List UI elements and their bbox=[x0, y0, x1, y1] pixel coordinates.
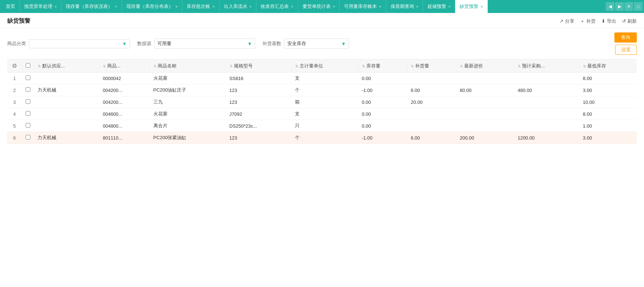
row-num-4: 4 bbox=[7, 108, 22, 120]
th-product-name[interactable]: ⇅商品名称 bbox=[150, 59, 226, 72]
row-stock-2: -1.00 bbox=[358, 84, 407, 96]
row-unit-1: 支 bbox=[291, 72, 358, 84]
tab-home[interactable]: 首页 bbox=[1, 0, 20, 13]
table-body: 1 0000042 火花塞 SS816 支 0.00 8.00 2 力天机械 0… bbox=[7, 72, 637, 144]
replenish-base-select[interactable]: 安全库存 ▼ bbox=[284, 39, 349, 49]
replenish-base-arrow-icon: ▼ bbox=[341, 41, 346, 47]
tab-label: 保质期查询 bbox=[391, 3, 414, 10]
tab-label: 收发存汇总表 bbox=[261, 3, 289, 10]
tab-collect-summary[interactable]: 收发存汇总表× bbox=[256, 0, 298, 13]
table-row: 1 0000042 火花塞 SS816 支 0.00 8.00 bbox=[7, 72, 637, 84]
tab-close-requisition[interactable]: × bbox=[333, 4, 335, 9]
row-checkbox-5[interactable] bbox=[22, 120, 34, 132]
datasource-arrow-icon: ▼ bbox=[247, 41, 252, 47]
query-button[interactable]: 查询 bbox=[614, 32, 637, 43]
select-all-checkbox[interactable] bbox=[26, 63, 30, 68]
tab-overstock[interactable]: 超储预警× bbox=[423, 0, 455, 13]
row-supplier-5 bbox=[34, 120, 99, 132]
row-replenish-3: 20.00 bbox=[407, 96, 456, 108]
tab-close-overstock[interactable]: × bbox=[448, 4, 451, 9]
row-checkbox-2[interactable] bbox=[22, 84, 34, 96]
tab-close-exception[interactable]: × bbox=[55, 4, 57, 9]
tab-close-available[interactable]: × bbox=[379, 4, 381, 9]
row-estimated-3 bbox=[514, 96, 579, 108]
row-price-2: 80.00 bbox=[456, 84, 514, 96]
tab-close-stock-dist[interactable]: × bbox=[175, 4, 178, 9]
row-checkbox-6[interactable] bbox=[22, 132, 34, 144]
tab-next-button[interactable]: ▶ bbox=[615, 2, 624, 11]
row-checkbox-1[interactable] bbox=[22, 72, 34, 84]
table-row: 2 力天机械 004200... PC200油缸庄子 123 个 -1.00 6… bbox=[7, 84, 637, 96]
tab-expiry[interactable]: 保质期查询× bbox=[386, 0, 423, 13]
tab-close-collect-summary[interactable]: × bbox=[291, 4, 293, 9]
datasource-select[interactable]: 可用量 ▼ bbox=[154, 39, 255, 49]
row-code-2: 004200... bbox=[99, 84, 150, 96]
tab-fullscreen-button[interactable]: □ bbox=[634, 2, 643, 11]
row-supplier-6: 力天机械 bbox=[34, 132, 99, 144]
tab-label: 现存量（库存状况表） bbox=[66, 3, 113, 10]
th-min-stock[interactable]: ⇅最低库存 bbox=[579, 59, 637, 72]
row-checkbox-4[interactable] bbox=[22, 108, 34, 120]
tab-stock-status[interactable]: 现存量（库存状况表）× bbox=[61, 0, 122, 13]
th-latest-price[interactable]: ⇅最新进价 bbox=[456, 59, 514, 72]
tab-close-all-button[interactable]: ✕ bbox=[625, 2, 633, 11]
row-estimated-2: 480.00 bbox=[514, 84, 579, 96]
table-row: 6 力天机械 801110... PC200张紧油缸 123 个 -1.00 6… bbox=[7, 132, 637, 144]
row-num-3: 3 bbox=[7, 96, 22, 108]
category-filter-group: 商品分类 ▼ bbox=[7, 39, 130, 48]
tab-label: 缺货预警 bbox=[460, 3, 478, 10]
settings-button[interactable]: 设置 bbox=[615, 45, 637, 55]
sort-latestprice-icon: ⇅ bbox=[460, 64, 463, 68]
row-unit-3: 箱 bbox=[291, 96, 358, 108]
tab-close-stock-status[interactable]: × bbox=[115, 4, 117, 9]
tab-exception[interactable]: 拣货异常处理× bbox=[20, 0, 61, 13]
row-estimated-5 bbox=[514, 120, 579, 132]
th-default-supplier[interactable]: ⇅默认供应... bbox=[34, 59, 99, 72]
row-num-2: 2 bbox=[7, 84, 22, 96]
row-supplier-2: 力天机械 bbox=[34, 84, 99, 96]
tab-requisition[interactable]: 要货单统计表× bbox=[298, 0, 340, 13]
row-code-5: 004800... bbox=[99, 120, 150, 132]
row-checkbox-3[interactable] bbox=[22, 96, 34, 108]
sort-minstock-icon: ⇅ bbox=[583, 64, 586, 68]
table-header-row: ⚙ ⇅默认供应... ⇅商品... ⇅商品名称 ⇅规格型号 bbox=[7, 59, 637, 72]
tab-prev-button[interactable]: ◀ bbox=[606, 2, 614, 11]
replenish-button[interactable]: ＋ 补货 bbox=[580, 18, 596, 25]
sort-estimated-icon: ⇅ bbox=[518, 64, 521, 68]
category-label: 商品分类 bbox=[7, 40, 26, 47]
tab-close-batch[interactable]: × bbox=[212, 4, 214, 9]
share-icon: ↗ bbox=[560, 18, 564, 24]
tab-stock-dist[interactable]: 现存量（库存分布表）× bbox=[122, 0, 182, 13]
th-stock-qty[interactable]: ⇅库存量 bbox=[358, 59, 407, 72]
th-product-code[interactable]: ⇅商品... bbox=[99, 59, 150, 72]
row-name-3: 三九 bbox=[150, 96, 226, 108]
row-price-4 bbox=[456, 108, 514, 120]
tab-close-inout-flow[interactable]: × bbox=[249, 4, 252, 9]
tab-available[interactable]: 可用量库存账本× bbox=[340, 0, 386, 13]
row-num-5: 5 bbox=[7, 120, 22, 132]
tab-close-shortage[interactable]: × bbox=[480, 4, 483, 9]
header-actions: ↗ 分享 ＋ 补货 ⬇ 导出 ↺ 刷新 bbox=[560, 18, 637, 25]
th-spec[interactable]: ⇅规格型号 bbox=[226, 59, 291, 72]
tab-shortage[interactable]: 缺货预警× bbox=[455, 0, 487, 13]
row-replenish-4 bbox=[407, 108, 456, 120]
tab-label: 现存量（库存分布表） bbox=[126, 3, 173, 10]
row-stock-6: -1.00 bbox=[358, 132, 407, 144]
row-code-3: 004200... bbox=[99, 96, 150, 108]
th-replenish-qty[interactable]: ⇅补货量 bbox=[407, 59, 456, 72]
th-estimated-purchase[interactable]: ⇅预计采购... bbox=[514, 59, 579, 72]
share-button[interactable]: ↗ 分享 bbox=[560, 18, 574, 25]
category-select[interactable]: ▼ bbox=[29, 39, 130, 48]
tab-close-expiry[interactable]: × bbox=[416, 4, 418, 9]
datasource-filter-group: 数据源 可用量 ▼ bbox=[137, 39, 255, 49]
row-minstock-6: 3.00 bbox=[579, 132, 637, 144]
tab-batch[interactable]: 库存批次账× bbox=[182, 0, 219, 13]
column-settings-button[interactable]: ⚙ bbox=[12, 62, 17, 69]
row-stock-5: 0.00 bbox=[358, 120, 407, 132]
table-row: 3 004200... 三九 123 箱 0.00 20.00 10.00 bbox=[7, 96, 637, 108]
export-button[interactable]: ⬇ 导出 bbox=[601, 18, 616, 25]
refresh-button[interactable]: ↺ 刷新 bbox=[622, 18, 637, 25]
page-header: 缺货预警 ↗ 分享 ＋ 补货 ⬇ 导出 ↺ 刷新 bbox=[0, 13, 644, 28]
tab-inout-flow[interactable]: 出入库流水× bbox=[219, 0, 256, 13]
th-unit[interactable]: ⇅主计量单位 bbox=[291, 59, 358, 72]
